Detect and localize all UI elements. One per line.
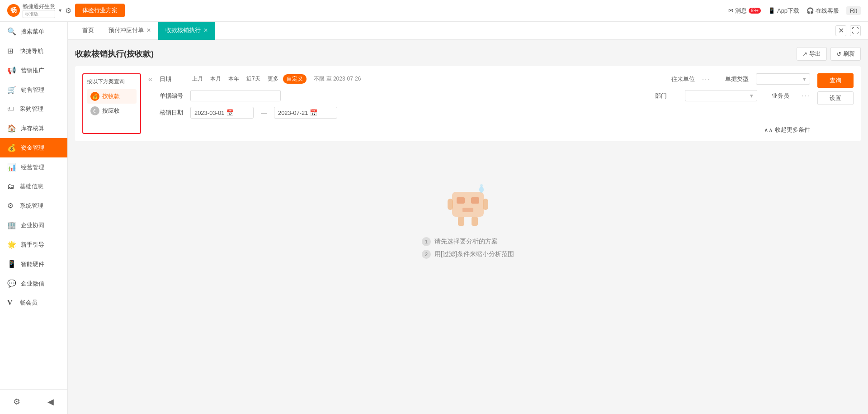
svg-rect-2 [471,197,479,204]
message-label: 消息 [735,7,747,15]
verify-date-end-input[interactable]: 2023-07-21 📅 [274,107,337,119]
gear-icon[interactable]: ⚙ [65,6,71,15]
sidebar-item-sales[interactable]: 🛒 销售管理 [0,80,67,100]
date-shortcut-this-year[interactable]: 本年 [226,74,242,84]
date-shortcut-custom[interactable]: 自定义 [283,74,307,84]
sidebar-item-label: 企业协同 [21,221,44,229]
sidebar-item-label: 快捷导航 [20,47,43,55]
svg-rect-0 [452,192,484,217]
page-header: 收款核销执行(按收款) ↗ 导出 ↺ 刷新 [75,47,861,61]
sidebar-item-enterprise[interactable]: 🏢 企业协同 [0,215,67,235]
sidebar-item-operations[interactable]: 📊 经营管理 [0,157,67,177]
dept-chevron-down-icon: ▾ [750,92,753,99]
sidebar-item-inventory[interactable]: 🏠 库存核算 [0,119,67,138]
filter-option-label: 按收款 [102,92,120,100]
counterparty-input[interactable]: ··· [702,75,711,83]
doc-type-select[interactable]: ▾ [756,73,810,85]
sidebar-item-label: 智能硬件 [21,260,44,268]
empty-tips: 1 请先选择要分析的方案 2 用[过滤]条件来缩小分析范围 [422,237,514,259]
collapse-more-btn[interactable]: ∧∧ 收起更多条件 [764,126,810,134]
sidebar-item-quick-nav[interactable]: ⊞ 快捷导航 [0,41,67,61]
message-btn[interactable]: ✉ 消息 99+ [728,7,761,15]
calendar-end-icon: 📅 [310,109,317,116]
doc-type-label: 单据类型 [725,75,749,83]
filter-row-2: 单据编号 部门 ▾ 业务员 ··· [160,90,810,101]
dept-select[interactable]: ▾ [685,90,757,101]
finance-icon: 💰 [7,143,16,152]
filter-sidebar-title: 按以下方案查询 [87,78,137,86]
refresh-btn[interactable]: ↺ 刷新 [830,47,861,61]
message-badge: 99+ [749,8,761,14]
tab-home[interactable]: 首页 [75,22,101,40]
page-content: 收款核销执行(按收款) ↗ 导出 ↺ 刷新 按以下方案查询 💰 按收款 [68,40,868,414]
svg-rect-3 [462,208,473,212]
sidebar-item-vip[interactable]: V 畅会员 [0,293,67,312]
megaphone-icon: 📢 [7,66,16,75]
date-shortcut-more[interactable]: 更多 [265,74,281,84]
date-shortcut-last-month[interactable]: 上月 [189,74,206,84]
tab-prepay-close[interactable]: ✕ [146,27,151,33]
user-name[interactable]: Rit [846,6,861,15]
empty-state: 1 请先选择要分析的方案 2 用[过滤]条件来缩小分析范围 [75,147,861,286]
cart-icon: 🛒 [7,86,16,94]
app-dropdown-arrow[interactable]: ▾ [59,7,61,14]
verify-date-start-input[interactable]: 2023-03-01 📅 [190,107,254,119]
tab-receipts-label: 收款核销执行 [165,26,201,34]
tab-receipts[interactable]: 收款核销执行 ✕ [158,22,215,40]
sidebar-item-system[interactable]: ⚙ 系统管理 [0,196,67,215]
industry-btn[interactable]: 体验行业方案 [75,4,125,17]
vip-icon: V [7,299,15,307]
app-name-blurred: 畅捷通好生意 [23,3,55,10]
sidebar-item-guide[interactable]: 🌟 新手引导 [0,235,67,254]
date-shortcut-7days[interactable]: 近7天 [244,74,263,84]
tab-prepay[interactable]: 预付冲应付单 ✕ [101,22,158,40]
sidebar-item-search[interactable]: 🔍 搜索菜单 [0,22,67,41]
filter-collapse-arrow[interactable]: « [148,73,152,83]
chart-icon: 📊 [7,163,16,171]
search-btn[interactable]: 查询 [817,73,854,88]
filter-panel: 按以下方案查询 💰 按收款 ⏱ 按应收 « 日期 上月 [75,66,861,141]
staff-input[interactable]: ··· [802,92,810,100]
page-actions: ↗ 导出 ↺ 刷新 [797,47,861,61]
filter-option-by-receivable[interactable]: ⏱ 按应收 [87,104,137,118]
online-service-label: 在线客服 [816,7,839,15]
search-icon: 🔍 [7,27,16,36]
settings-btn[interactable]: 设置 [817,91,854,105]
standard-badge: 标准版 [23,10,55,18]
filter-option-label: 按应收 [102,107,120,115]
sidebar-item-marketing[interactable]: 📢 营销推广 [0,61,67,80]
sidebar-item-label: 经营管理 [21,163,44,171]
sidebar-item-finance[interactable]: 💰 资金管理 [0,138,67,157]
filter-option-by-receipt[interactable]: 💰 按收款 [87,89,137,104]
logo-icon: 畅 [7,4,20,17]
doc-no-input[interactable] [190,90,281,101]
sidebar-item-label: 基础信息 [20,182,43,190]
sidebar-item-label: 畅会员 [20,299,38,307]
sidebar-settings-btn[interactable]: ⚙ [0,393,34,410]
tab-expand-btn[interactable]: ⛶ [850,25,861,36]
filter-actions: 查询 设置 [817,73,854,134]
export-btn[interactable]: ↗ 导出 [797,47,827,61]
verify-date-label: 核销日期 [160,109,183,117]
chevron-down-icon: ▾ [803,76,806,82]
tab-close-window-btn[interactable]: ✕ [835,25,846,36]
app-download-btn[interactable]: 📱 App下载 [768,7,799,15]
sidebar-item-wechat[interactable]: 💬 企业微信 [0,274,67,293]
online-service-btn[interactable]: 🎧 在线客服 [807,7,839,15]
svg-point-9 [480,184,483,187]
empty-illustration [441,174,495,228]
sidebar-item-basic-info[interactable]: 🗂 基础信息 [0,177,67,196]
filter-row-3: 核销日期 2023-03-01 📅 — 2023-07-21 📅 [160,107,810,119]
sidebar-item-purchase[interactable]: 🏷 采购管理 [0,100,67,119]
building-icon: 🏢 [7,221,16,229]
top-bar: 畅 畅捷通好生意 标准版 ▾ ⚙ 体验行业方案 ✉ 消息 99+ 📱 App下载… [0,0,868,22]
logo-text-block: 畅捷通好生意 标准版 [23,3,55,18]
sidebar-item-smart-hw[interactable]: 📱 智能硬件 [0,254,67,274]
counterparty-label: 往来单位 [671,75,695,83]
date-shortcut-this-month[interactable]: 本月 [208,74,224,84]
date-label: 日期 [160,75,182,83]
tab-receipts-close[interactable]: ✕ [203,27,208,33]
sidebar-collapse-btn[interactable]: ◀ [34,393,68,410]
folder-icon: 🗂 [7,182,15,190]
receivable-icon: ⏱ [90,106,99,115]
